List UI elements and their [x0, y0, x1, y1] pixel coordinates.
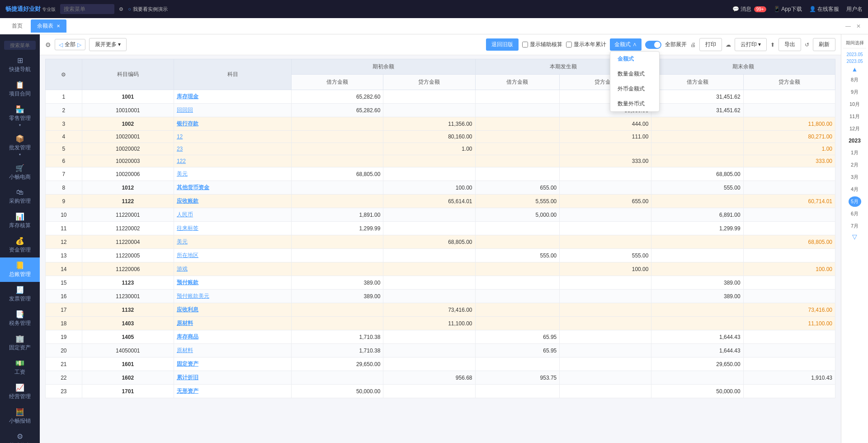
refresh-btn[interactable]: 刷新 — [813, 38, 835, 51]
export-btn[interactable]: 导出 — [778, 38, 801, 51]
sidebar-item-management[interactable]: 📈 经营管理 — [0, 380, 40, 404]
table-row-cc — [743, 357, 835, 371]
format-option-foreign-amount[interactable]: 外币金额式 — [610, 81, 659, 96]
table-row-oc: 956.68 — [383, 371, 475, 385]
period-5[interactable]: 5月 — [849, 196, 861, 207]
table-row-name[interactable]: 人民币 — [174, 208, 291, 222]
table-row-name[interactable]: 其他货币资金 — [174, 181, 291, 195]
table-row-name[interactable]: 固定资产 — [174, 357, 291, 371]
period-down-arrow[interactable]: ▽ — [852, 233, 857, 240]
table-settings-icon[interactable]: ⚙ — [45, 41, 51, 48]
sidebar-item-invoice[interactable]: 🧾 发票管理 — [0, 282, 40, 306]
table-row-name[interactable]: 银行存款 — [174, 117, 291, 131]
expand-all-toggle[interactable] — [645, 41, 661, 49]
sidebar-item-salary[interactable]: 💵 工资 — [0, 355, 40, 380]
message-badge: 99+ — [754, 6, 766, 12]
table-row-pc — [560, 167, 651, 181]
table-row-name[interactable]: 回回回 — [174, 104, 291, 117]
table-row-name[interactable]: 库存现金 — [174, 90, 291, 104]
table-row-name[interactable]: 预付账款美元 — [174, 290, 291, 303]
year-total-checkbox[interactable] — [566, 42, 572, 48]
sidebar-item-expense[interactable]: 🧮 小畅报销 — [0, 404, 40, 429]
window-minimize-btn[interactable]: — — [844, 23, 853, 29]
table-row-name[interactable]: 应收账款 — [174, 195, 291, 208]
cloud-print-btn[interactable]: 云打印 ▾ — [735, 38, 767, 51]
sidebar-item-asset[interactable]: 🏢 固定资产 — [0, 331, 40, 355]
sidebar-item-retail[interactable]: 🏪 零售管理 ▾ — [0, 101, 40, 131]
table-row-name[interactable]: 原材料 — [174, 344, 291, 357]
sidebar-item-wholesale[interactable]: 📦 批发管理 ▾ — [0, 131, 40, 160]
search-back-icon[interactable]: ◁ — [59, 42, 63, 48]
service-btn[interactable]: 👤 在线客服 — [809, 5, 839, 13]
table-row-cc — [743, 181, 835, 195]
period-7[interactable]: 7月 — [843, 221, 866, 231]
settings-icon[interactable]: ⚙ — [119, 6, 123, 12]
window-close-btn[interactable]: ✕ — [854, 23, 863, 29]
period-11[interactable]: 11月 — [843, 111, 866, 122]
period-year2[interactable]: 2023.05 — [846, 59, 863, 64]
period-10[interactable]: 10月 — [843, 99, 866, 110]
message-btn[interactable]: 💬 消息 99+ — [732, 5, 766, 13]
sidebar-item-tax[interactable]: 📑 税务管理 — [0, 306, 40, 331]
table-row-name[interactable]: 美元 — [174, 167, 291, 181]
demo-link[interactable]: 我要看实例演示 — [133, 6, 168, 13]
inventory-icon: 📊 — [15, 212, 24, 221]
helper-checkbox[interactable] — [522, 42, 528, 48]
period-2[interactable]: 2月 — [843, 160, 866, 170]
table-row-name[interactable]: 原材料 — [174, 317, 291, 330]
table-row-name[interactable]: 无形资产 — [174, 385, 291, 398]
period-3[interactable]: 3月 — [843, 172, 866, 182]
period-12[interactable]: 12月 — [843, 124, 866, 134]
table-row-name[interactable]: 库存商品 — [174, 330, 291, 344]
period-9[interactable]: 9月 — [843, 87, 866, 97]
table-row-name[interactable]: 12 — [174, 131, 291, 143]
format-option-qty-foreign[interactable]: 数量外币式 — [610, 96, 659, 111]
table-row-name[interactable]: 累计折旧 — [174, 371, 291, 385]
tab-close-btn[interactable]: ✕ — [57, 24, 60, 29]
user-avatar[interactable]: 用户名 — [846, 5, 863, 13]
period-2023[interactable]: 2023 — [843, 136, 866, 146]
sidebar-item-ledger[interactable]: 📒 总账管理 — [0, 257, 40, 282]
period-4[interactable]: 4月 — [843, 184, 866, 195]
top-bar-left: 畅捷通好业财 专业版 ⚙ ○ 我要看实例演示 — [5, 4, 168, 14]
sidebar-item-inventory[interactable]: 📊 库存核算 — [0, 209, 40, 233]
sidebar-item-quick-nav[interactable]: ⊞ 快捷导航 — [0, 52, 40, 77]
format-option-qty-amount[interactable]: 数量金额式 — [610, 67, 659, 81]
tab-home[interactable]: 首页 — [5, 19, 29, 33]
sidebar-item-project[interactable]: 📋 项目合同 — [0, 77, 40, 101]
period-8[interactable]: 8月 — [843, 75, 866, 85]
table-row-name[interactable]: 23 — [174, 143, 291, 155]
sidebar-search-input[interactable] — [4, 41, 36, 50]
print-btn[interactable]: 打印 — [699, 38, 722, 51]
period-6[interactable]: 6月 — [843, 209, 866, 219]
format-option-amount[interactable]: 金额式 — [610, 52, 659, 67]
table-row-name[interactable]: 122 — [174, 155, 291, 167]
sidebar-item-ecommerce[interactable]: 🛒 小畅电商 — [0, 160, 40, 185]
download-btn[interactable]: 📱 App下载 — [774, 5, 802, 13]
period-year1[interactable]: 2023.05 — [846, 52, 863, 57]
sidebar-item-capital[interactable]: 💰 资金管理 — [0, 233, 40, 257]
expand-more-btn[interactable]: 展开更多 ▾ — [89, 38, 127, 51]
table-row-pd — [475, 117, 560, 131]
sidebar-item-basic[interactable]: ⚙ 基础信息 — [0, 429, 40, 443]
show-helper-check[interactable]: 显示辅助核算 — [522, 41, 562, 48]
table-row-name[interactable]: 应收利息 — [174, 303, 291, 317]
table-row-pc — [560, 303, 651, 317]
table-row-name[interactable]: 美元 — [174, 235, 291, 249]
table-row-name[interactable]: 预付账款 — [174, 276, 291, 290]
table-row-name[interactable]: 所在地区 — [174, 249, 291, 262]
table-row-cc: 60,714.01 — [743, 195, 835, 208]
sidebar-item-purchase[interactable]: 🛍 采购管理 — [0, 185, 40, 209]
search-forward-icon[interactable]: ▷ — [77, 42, 81, 48]
show-year-total-check[interactable]: 显示本年累计 — [566, 41, 606, 48]
format-btn[interactable]: 金额式 ∧ — [610, 38, 641, 51]
period-1[interactable]: 1月 — [843, 148, 866, 158]
top-search-input[interactable] — [60, 4, 114, 14]
table-row-name[interactable]: 往来标签 — [174, 222, 291, 235]
table-row-name[interactable]: 游戏 — [174, 262, 291, 276]
back-old-btn[interactable]: 退回旧版 — [486, 38, 519, 51]
tab-balance[interactable]: 余额表 ✕ — [31, 19, 66, 33]
period-up-arrow[interactable]: ▲ — [852, 66, 858, 73]
table-row-code: 1403 — [82, 317, 174, 330]
cloud-print-dropdown-icon[interactable]: ▾ — [758, 41, 761, 48]
